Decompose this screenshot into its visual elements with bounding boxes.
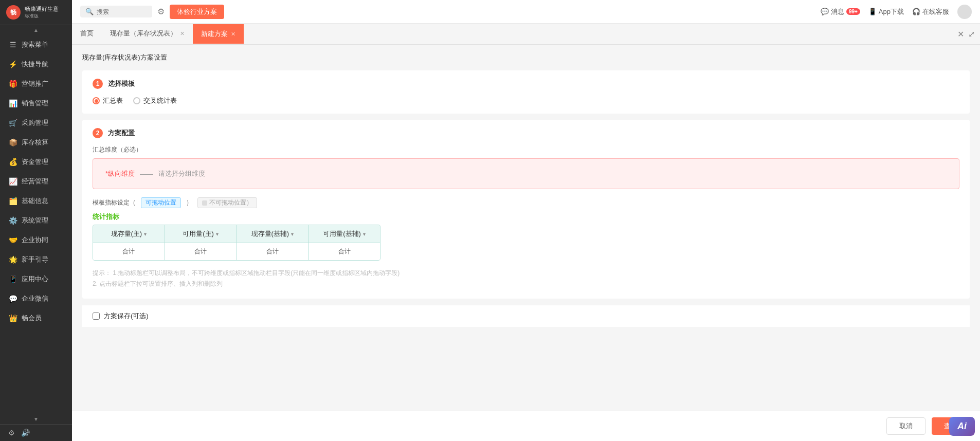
audio-icon[interactable]: 🔊: [21, 429, 30, 437]
non-draggable-badge: 不可拖动位置）: [197, 197, 257, 208]
sidebar-item-operations[interactable]: 📈 经营管理: [0, 172, 72, 191]
sidebar-scroll-up[interactable]: ▲: [0, 25, 72, 35]
sidebar-item-label: 营销推广: [22, 79, 48, 88]
stats-table-row: 合计 合计 合计 合计: [93, 243, 380, 260]
indicator-label: 模板指标设定（ 可拖动位置 ） 不可拖动位置）: [93, 197, 959, 208]
dimension-box[interactable]: *纵向维度 —— 请选择分组维度: [93, 158, 959, 189]
cell-subtotal-1-label: 合计: [122, 247, 135, 256]
system-icon: ⚙️: [8, 216, 17, 225]
tab-inventory-close[interactable]: ✕: [180, 30, 185, 37]
message-label: 消息: [831, 7, 844, 16]
sidebar-item-label: 资金管理: [22, 157, 48, 167]
tab-new-plan-close[interactable]: ✕: [231, 31, 235, 38]
section2-title: 方案配置: [108, 128, 135, 138]
section1-header: 1 选择模板: [93, 79, 959, 89]
summary-dimension-label: 汇总维度（必选）: [93, 145, 959, 154]
message-item[interactable]: 💬 消息 99+: [821, 7, 860, 16]
basic-info-icon: 🗂️: [8, 196, 17, 206]
newuser-icon: 🌟: [8, 255, 17, 264]
content-area: 现存量(库存状况表)方案设置 1 选择模板 汇总表 交叉统计表 2: [72, 45, 980, 411]
save-checkbox[interactable]: [93, 313, 100, 320]
member-icon: 👑: [8, 314, 17, 323]
sidebar-item-wechat[interactable]: 💬 企业微信: [0, 289, 72, 308]
sidebar-item-enterprise[interactable]: 🤝 企业协同: [0, 230, 72, 250]
tab-inventory-label: 现存量（库存状况表）: [110, 29, 177, 38]
online-service-item[interactable]: 🎧 在线客服: [912, 7, 949, 16]
search-input[interactable]: [97, 8, 148, 15]
sidebar-item-member[interactable]: 👑 畅会员: [0, 308, 72, 328]
topbar: 🔍 ⚙ 体验行业方案 💬 消息 99+ 📱 App下载 🎧 在线客服: [72, 0, 980, 24]
sidebar-logo: 畅 畅康通好生意 标准版: [0, 0, 72, 25]
radio-cross-table[interactable]: 交叉统计表: [133, 96, 177, 105]
col-available-main-dropdown[interactable]: ▾: [216, 231, 219, 237]
sidebar-item-label: 企业协同: [22, 235, 48, 245]
col-available-aux[interactable]: 可用量(基辅) ▾: [308, 225, 380, 243]
sidebar-item-apps[interactable]: 📱 应用中心: [0, 269, 72, 289]
industry-plan-button[interactable]: 体验行业方案: [170, 5, 224, 19]
sidebar-item-basic-info[interactable]: 🗂️ 基础信息: [0, 191, 72, 211]
app-download-label: App下载: [879, 7, 904, 16]
sidebar-item-sales[interactable]: 📊 销售管理: [0, 94, 72, 113]
sidebar-item-label: 快捷导航: [22, 60, 48, 69]
app-edition: 标准版: [25, 13, 59, 20]
sidebar-item-inventory[interactable]: 📦 库存核算: [0, 133, 72, 152]
sidebar-item-label: 基础信息: [22, 196, 48, 206]
section2-header: 2 方案配置: [93, 128, 959, 138]
col-available-main[interactable]: 可用量(主) ▾: [165, 225, 237, 243]
sidebar-item-label: 搜索菜单: [22, 40, 48, 49]
settings-bottom-icon[interactable]: ⚙: [8, 429, 15, 437]
ai-badge[interactable]: Ai: [949, 417, 975, 436]
page-title: 现存量(库存状况表)方案设置: [82, 53, 970, 62]
section1-number: 1: [93, 79, 103, 89]
sales-icon: 📊: [8, 99, 17, 108]
dimension-placeholder: 请选择分组维度: [158, 169, 205, 178]
sidebar-item-label: 采购管理: [22, 118, 48, 127]
sidebar: 畅 畅康通好生意 标准版 ▲ ☰ 搜索菜单 ⚡ 快捷导航 🎁 营销推广 📊 销售…: [0, 0, 72, 441]
cancel-button[interactable]: 取消: [886, 417, 925, 435]
draggable-badge: 可拖动位置: [141, 197, 181, 208]
sidebar-item-purchase[interactable]: 🛒 采购管理: [0, 113, 72, 133]
sidebar-item-shortcuts[interactable]: ⚡ 快捷导航: [0, 54, 72, 74]
sidebar-item-finance[interactable]: 💰 资金管理: [0, 152, 72, 172]
sidebar-item-label: 销售管理: [22, 99, 48, 108]
tab-home[interactable]: 首页: [72, 24, 102, 44]
dimension-required: *纵向维度: [105, 169, 135, 178]
sidebar-item-label: 经营管理: [22, 177, 48, 186]
radio-summary-table[interactable]: 汇总表: [93, 96, 123, 105]
col-current-main-dropdown[interactable]: ▾: [144, 231, 147, 237]
sidebar-nav: ☰ 搜索菜单 ⚡ 快捷导航 🎁 营销推广 📊 销售管理 🛒 采购管理 📦 库存核…: [0, 35, 72, 414]
sidebar-item-label: 新手引导: [22, 255, 48, 264]
search-icon: 🔍: [85, 8, 94, 15]
col-current-aux[interactable]: 现存量(基辅) ▾: [237, 225, 309, 243]
sidebar-item-label: 企业微信: [22, 294, 48, 303]
search-box[interactable]: 🔍: [80, 6, 152, 17]
sidebar-item-label: 应用中心: [22, 274, 48, 284]
tip-1: 提示： 1.拖动标题栏可以调整布局，不可跨维度或指标区域拖动栏目字段(只能在同一…: [93, 269, 959, 278]
expand-icon[interactable]: ⤢: [968, 29, 975, 39]
tab-inventory[interactable]: 现存量（库存状况表） ✕: [102, 24, 193, 44]
col-current-aux-dropdown[interactable]: ▾: [291, 231, 294, 237]
stats-table: 现存量(主) ▾ 可用量(主) ▾ 现存量(基辅) ▾ 可用量(基辅): [93, 225, 380, 261]
sidebar-item-newuser[interactable]: 🌟 新手引导: [0, 250, 72, 269]
cell-subtotal-4: 合计: [308, 243, 380, 260]
col-current-aux-label: 现存量(基辅): [251, 229, 289, 238]
sidebar-item-marketing[interactable]: 🎁 营销推广: [0, 74, 72, 94]
stats-table-header: 现存量(主) ▾ 可用量(主) ▾ 现存量(基辅) ▾ 可用量(基辅): [93, 225, 380, 243]
col-current-main[interactable]: 现存量(主) ▾: [93, 225, 165, 243]
sidebar-item-search[interactable]: ☰ 搜索菜单: [0, 35, 72, 54]
sidebar-scroll-down[interactable]: ▼: [0, 414, 72, 424]
tab-new-plan[interactable]: 新建方案 ✕: [193, 24, 244, 44]
template-radio-group: 汇总表 交叉统计表: [93, 96, 959, 105]
col-available-aux-dropdown[interactable]: ▾: [363, 231, 366, 237]
avatar[interactable]: [957, 5, 972, 19]
close-panel-icon[interactable]: ✕: [957, 29, 964, 39]
indicator-label-text: 模板指标设定（: [93, 198, 136, 207]
non-draggable-label: 不可拖动位置）: [209, 198, 252, 207]
tabbar: 首页 现存量（库存状况表） ✕ 新建方案 ✕ ✕ ⤢: [72, 24, 980, 45]
service-icon: 🎧: [912, 8, 920, 15]
sidebar-item-system[interactable]: ⚙️ 系统管理: [0, 211, 72, 230]
app-download-item[interactable]: 📱 App下载: [868, 7, 904, 16]
app-name: 畅康通好生意: [25, 5, 59, 12]
settings-icon[interactable]: ⚙: [157, 7, 165, 16]
topbar-right: 💬 消息 99+ 📱 App下载 🎧 在线客服: [821, 5, 972, 19]
